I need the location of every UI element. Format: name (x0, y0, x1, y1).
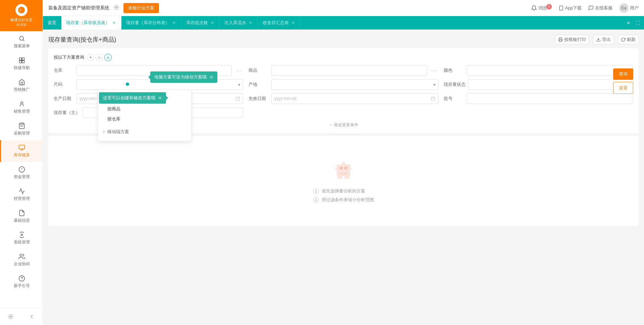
logo-text: 畅通过好生意 (10, 17, 33, 22)
product-input[interactable] (271, 65, 427, 76)
refresh-btn[interactable]: 刷新 (618, 35, 639, 44)
tab-fullscreen-btn[interactable]: ⛶ (634, 19, 641, 27)
tab-close-batch-account[interactable]: ✕ (210, 20, 215, 26)
sidebar-item-cooperation[interactable]: 企业协同 (0, 249, 43, 271)
notification-label: 消息 (538, 5, 547, 11)
warehouse-dots[interactable]: ⋯ (236, 67, 242, 74)
batch-input[interactable] (467, 93, 633, 104)
notification-btn[interactable]: 消息 6 (531, 5, 552, 11)
svg-rect-26 (236, 97, 240, 101)
filter-edit-btn[interactable]: ○ (96, 54, 103, 61)
filter-origin: 产地 ▾ (249, 79, 438, 90)
color-select[interactable] (467, 65, 633, 76)
tooltip-create: 这里可以创建和修改方案哦 ✕ (99, 92, 166, 104)
filter-panel: 按以下方案查询 ＋ ○ « 电脑端方案 按商品 (48, 48, 639, 133)
page-content: 现存量查询(按仓库+商品) 按模板打印 导出 刷新 按以下方 (43, 30, 644, 325)
scheme-item-by-product[interactable]: 按商品 (98, 104, 191, 114)
user-area[interactable]: Ea 用户 (619, 3, 639, 13)
sidebar-item-purchase[interactable]: 采购管理 (0, 118, 43, 140)
sidebar-item-sales[interactable]: 销售管理 (0, 97, 43, 118)
page-title: 现存量查询(按仓库+商品) (48, 36, 116, 44)
topbar-setting[interactable] (113, 4, 119, 11)
tab-close-all-btn[interactable]: ✕ (625, 19, 632, 27)
reset-btn[interactable]: 设置 (613, 82, 633, 94)
filter-header-text: 按以下方案查询 (54, 54, 84, 60)
svg-line-39 (350, 168, 352, 169)
svg-rect-24 (559, 40, 562, 42)
app-download-btn[interactable]: App下载 (558, 5, 582, 11)
export-btn[interactable]: 导出 (593, 35, 614, 44)
tab-inventory-status[interactable]: 现存量（库存状况表） ✕ (61, 16, 121, 30)
svg-rect-22 (559, 6, 562, 10)
sidebar-item-inventory[interactable]: 库存核算 (0, 140, 43, 162)
svg-point-20 (10, 316, 12, 318)
sidebar-item-operations[interactable]: 经营管理 (0, 184, 43, 206)
svg-rect-40 (337, 176, 342, 179)
empty-state-step2: 2 用过滤条件来缩小分析范围 (313, 197, 374, 203)
svg-point-17 (20, 254, 22, 257)
filter-batch: 批号 (444, 93, 633, 104)
tabbar: 首页 现存量（库存状况表） ✕ 现存量（库存分布表） ✕ 库存批次账 ✕ 出入库… (43, 16, 644, 30)
page-actions: 按模板打印 导出 刷新 (555, 35, 639, 44)
tab-close-inventory-status[interactable]: ✕ (112, 20, 116, 26)
tab-inventory-distribution[interactable]: 现存量（库存分布表） ✕ (121, 16, 181, 30)
tooltip-scheme-close[interactable]: ✕ (209, 74, 213, 80)
topbar-left: 装备及固定资产辅助管理系统 体验行业方案 (48, 3, 159, 13)
tab-warehouse-flow[interactable]: 出入库流水 ✕ (220, 16, 258, 30)
sidebar-item-search[interactable]: 搜索菜单 (0, 31, 43, 53)
svg-point-0 (18, 7, 25, 13)
svg-rect-6 (19, 61, 22, 63)
stock-status-select[interactable] (468, 79, 633, 90)
svg-line-38 (335, 168, 337, 169)
filter-actions: ＋ ○ « (87, 54, 112, 61)
online-service-btn[interactable]: 在线客服 (588, 5, 612, 11)
sidebar-item-nav[interactable]: 快捷导航 (0, 53, 43, 75)
search-btn[interactable]: 查询 (613, 68, 633, 80)
filter-back-btn[interactable]: « (104, 54, 112, 61)
tooltip-scheme: 电脑方案可设为移动方案哦 ✕ (150, 71, 217, 83)
svg-rect-7 (22, 61, 24, 63)
svg-rect-5 (22, 58, 24, 60)
print-btn[interactable]: 按模板打印 (555, 35, 589, 44)
svg-point-16 (21, 234, 23, 236)
sidebar-item-marketing[interactable]: 营销推广 (0, 75, 43, 97)
svg-rect-30 (431, 97, 435, 101)
filter-stock-status: 现存量状态 ▾ (444, 79, 633, 90)
origin-select[interactable] (271, 79, 438, 90)
sidebar: 6 畅通过好生意 标准版 搜索菜单 快捷导航 营销推广 销售管理 采购管理 库存… (0, 0, 43, 325)
user-avatar: Ea (619, 3, 629, 13)
sidebar-item-guide[interactable]: 新手引导 (0, 271, 43, 293)
tooltip-create-close[interactable]: ✕ (158, 95, 162, 101)
tab-home[interactable]: 首页 (43, 16, 61, 30)
sidebar-logo: 6 畅通过好生意 标准版 (0, 0, 43, 31)
product-dots[interactable]: ⋯ (431, 67, 437, 74)
main: 装备及固定资产辅助管理系统 体验行业方案 消息 6 App下载 在线客服 (43, 0, 644, 325)
sidebar-item-system[interactable]: 系统管理 (0, 227, 43, 249)
filter-add-btn[interactable]: ＋ (87, 54, 94, 61)
sidebar-item-baseinfo[interactable]: 基础信息 (0, 206, 43, 227)
industry-plan-btn[interactable]: 体验行业方案 (123, 3, 159, 13)
svg-point-8 (21, 102, 23, 104)
tab-close-warehouse-flow[interactable]: ✕ (248, 20, 253, 26)
filter-product: 商品 ⋯ (249, 65, 438, 76)
sidebar-settings-btn[interactable] (0, 311, 21, 322)
filter-expiry-date: 失效日期 yyyy-mm-dd (249, 93, 438, 104)
scheme-item-by-warehouse[interactable]: 按仓库 (98, 114, 191, 124)
tabbar-right: ✕ ⛶ (623, 19, 644, 27)
sidebar-item-finance[interactable]: 资金管理 (0, 162, 43, 184)
tab-close-summary[interactable]: ✕ (291, 20, 296, 26)
svg-rect-36 (344, 167, 347, 169)
svg-rect-41 (344, 176, 350, 179)
sidebar-bottom (0, 308, 43, 325)
svg-rect-4 (19, 58, 22, 60)
svg-line-3 (23, 40, 24, 41)
scheme-section-mobile-header[interactable]: 移动端方案 (98, 127, 191, 137)
filter-header: 按以下方案查询 ＋ ○ « (54, 54, 633, 61)
empty-state-steps: 1 请先选择要分析的方案 2 用过滤条件来缩小分析范围 (313, 188, 374, 206)
scheme-section-mobile: 移动端方案 (98, 125, 191, 138)
expiry-date-input[interactable]: yyyy-mm-dd (271, 93, 438, 104)
tab-close-inventory-distribution[interactable]: ✕ (172, 20, 176, 26)
sidebar-collapse-btn[interactable] (21, 311, 43, 322)
tab-summary[interactable]: 收发存汇总表 ✕ (258, 16, 301, 30)
tab-batch-account[interactable]: 库存批次账 ✕ (181, 16, 220, 30)
